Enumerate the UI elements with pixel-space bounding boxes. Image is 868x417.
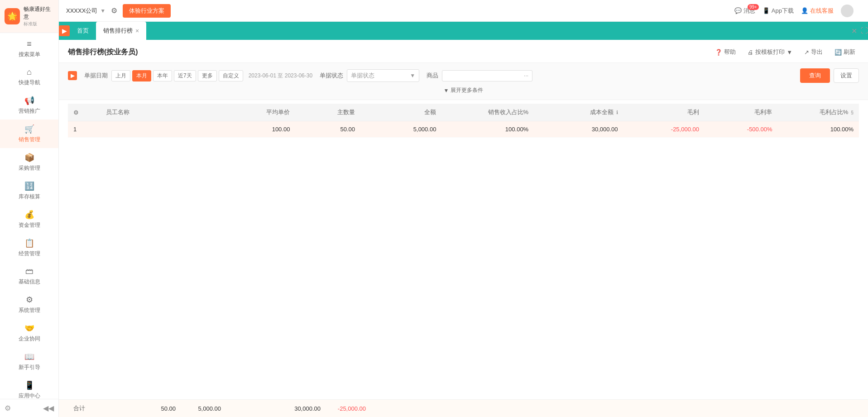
- sidebar-item-basic-info[interactable]: 🗃 基础信息: [0, 262, 58, 290]
- refresh-icon: 🔄: [834, 49, 842, 56]
- print-icon: 🖨: [748, 49, 753, 56]
- help-button[interactable]: ❓ 帮助: [711, 46, 739, 58]
- sidebar-item-marketing[interactable]: 📢 营销推广: [0, 91, 58, 120]
- header-settings-icon[interactable]: ⚙: [111, 6, 117, 15]
- window-close-icon[interactable]: ✕: [851, 27, 857, 35]
- settings-footer-icon[interactable]: ⚙: [5, 404, 11, 412]
- finance-icon: 💰: [24, 210, 34, 220]
- filter-toggle-icon[interactable]: ▶: [68, 71, 77, 80]
- tab-home[interactable]: 首页: [70, 22, 96, 40]
- collapse-sidebar-icon[interactable]: ◀◀: [43, 404, 54, 412]
- cell-grosspct: 100.00%: [777, 121, 859, 138]
- online-service-button[interactable]: 👤 在线客服: [801, 7, 834, 15]
- cell-avgprice: 100.00: [214, 121, 295, 138]
- user-avatar[interactable]: [841, 5, 854, 17]
- date-btn-custom[interactable]: 自定义: [219, 70, 243, 81]
- status-filter-label: 单据状态: [320, 72, 343, 80]
- app-icon: 📱: [762, 7, 770, 14]
- sidebar-item-operation[interactable]: 📋 经营管理: [0, 234, 58, 262]
- logo-name: 畅康通好生意: [24, 5, 54, 21]
- goods-select[interactable]: ···: [442, 70, 532, 81]
- company-selector[interactable]: XXXXX公司 ▼: [66, 7, 106, 15]
- print-button[interactable]: 🖨 按模板打印 ▼: [744, 46, 796, 58]
- sidebar-item-inventory[interactable]: 🔢 库存核算: [0, 177, 58, 205]
- footer-qty: 50.00: [139, 405, 176, 412]
- sidebar-item-search-menu[interactable]: ≡ 搜索菜单: [0, 35, 58, 63]
- sidebar-item-guide[interactable]: 📖 新手引导: [0, 347, 58, 376]
- sidebar-item-label: 库存核算: [19, 193, 40, 201]
- date-btn-7days[interactable]: 近7天: [174, 70, 196, 81]
- table-body: 1 100.00 50.00 5,000.00 100.00% 30,000.0…: [68, 121, 859, 138]
- sidebar-item-sales[interactable]: 🛒 销售管理: [0, 120, 58, 148]
- col-grossrate-header: 毛利率: [705, 104, 777, 121]
- app-download-button[interactable]: 📱 App下载: [762, 7, 794, 15]
- refresh-button[interactable]: 🔄 刷新: [831, 46, 859, 58]
- date-filter-options: 上月 本月 本年 近7天 更多 自定义: [111, 70, 243, 81]
- sidebar-item-purchase[interactable]: 📦 采购管理: [0, 148, 58, 177]
- logo-icon: 🌟: [5, 8, 20, 24]
- col-qty-header: 主数量: [295, 104, 360, 121]
- content-area: 销售排行榜(按业务员) ❓ 帮助 🖨 按模板打印 ▼ ↗ 导出 🔄 刷新: [59, 40, 868, 417]
- tab-close-icon[interactable]: ×: [135, 27, 139, 34]
- col-avgprice-header: 平均单价: [214, 104, 295, 121]
- sidebar-nav: ≡ 搜索菜单 ⌂ 快捷导航 📢 营销推广 🛒 销售管理 📦 采购管理 🔢 库存核…: [0, 33, 58, 399]
- sidebar-item-system[interactable]: ⚙ 系统管理: [0, 290, 58, 319]
- window-maximize-icon[interactable]: ⛶: [861, 27, 868, 35]
- cost-info-icon: ℹ: [616, 110, 618, 115]
- query-button[interactable]: 查询: [800, 68, 830, 83]
- status-select[interactable]: 单据状态 ▼: [347, 69, 419, 82]
- sidebar-item-app-center[interactable]: 📱 应用中心: [0, 376, 58, 399]
- date-filter-label: 单据日期: [84, 72, 108, 80]
- cell-name: [101, 121, 214, 138]
- home-tab-label: 首页: [77, 27, 89, 35]
- goods-more-icon: ···: [524, 72, 528, 79]
- sidebar-item-label: 基础信息: [19, 278, 40, 286]
- help-label: 帮助: [724, 48, 736, 56]
- cell-cost: 30,000.00: [534, 121, 623, 138]
- print-label: 按模板打印: [755, 48, 785, 56]
- tab-sales-ranking[interactable]: 销售排行榜 ×: [96, 22, 146, 40]
- sidebar-footer: ⚙ ◀◀: [0, 399, 58, 417]
- service-label: 在线客服: [810, 7, 834, 15]
- sidebar-logo: 🌟 畅康通好生意 标准版: [0, 0, 58, 33]
- col-name-header: 员工名称: [101, 104, 214, 121]
- date-btn-this-year[interactable]: 本年: [153, 70, 172, 81]
- sales-ranking-tab-label: 销售排行榜: [103, 27, 133, 35]
- service-icon: 👤: [801, 7, 808, 14]
- sidebar-item-quick-nav[interactable]: ⌂ 快捷导航: [0, 63, 58, 91]
- expand-conditions-button[interactable]: ▼ 展开更多条件: [68, 86, 859, 94]
- export-button[interactable]: ↗ 导出: [801, 46, 826, 58]
- table-settings-button[interactable]: 设置: [834, 68, 859, 83]
- date-btn-last-month[interactable]: 上月: [111, 70, 130, 81]
- expand-down-icon: ▼: [444, 87, 449, 94]
- inventory-icon: 🔢: [24, 181, 34, 191]
- date-btn-more[interactable]: 更多: [198, 70, 217, 81]
- col-grosspct-header: 毛利占比% §: [777, 104, 859, 121]
- sidebar-item-label: 搜索菜单: [19, 51, 40, 58]
- goods-filter: 商品 ···: [427, 70, 532, 81]
- company-dropdown-icon: ▼: [100, 8, 106, 14]
- status-filter: 单据状态 单据状态 ▼: [320, 69, 419, 82]
- sidebar-toggle-icon[interactable]: ▶: [59, 25, 70, 36]
- sidebar-item-finance[interactable]: 💰 资金管理: [0, 205, 58, 234]
- sidebar-item-enterprise[interactable]: 🤝 企业协同: [0, 319, 58, 347]
- message-button[interactable]: 💬 消息 99+: [734, 7, 755, 15]
- footer-amount: 5,000.00: [176, 405, 221, 412]
- sidebar-item-label: 应用中心: [19, 392, 40, 399]
- tabbar: ▶ 首页 销售排行榜 × ✕ ⛶: [59, 22, 868, 40]
- col-gross-header: 毛利: [623, 104, 705, 121]
- sidebar-item-label: 资金管理: [19, 221, 40, 229]
- ranking-table: ⚙ 员工名称 平均单价 主数量 全额 销售收入占比% 成本全额 ℹ 毛利 毛利率: [68, 104, 859, 138]
- header: XXXXX公司 ▼ ⚙ 体验行业方案 💬 消息 99+ 📱 App下载 👤 在线…: [59, 0, 868, 22]
- header-row: ⚙ 员工名称 平均单价 主数量 全额 销售收入占比% 成本全额 ℹ 毛利 毛利率: [68, 104, 859, 121]
- sidebar-item-label: 新手引导: [19, 364, 40, 371]
- date-range-display: 2023-06-01 至 2023-06-30: [249, 72, 312, 80]
- cell-salespct: 100.00%: [441, 121, 534, 138]
- company-name: XXXXX公司: [66, 7, 97, 15]
- date-btn-this-month[interactable]: 本月: [132, 70, 151, 81]
- footer-values: 50.00 5,000.00 30,000.00 -25,000.00: [94, 405, 366, 412]
- goods-select-value: [446, 72, 448, 79]
- col-settings-header[interactable]: ⚙: [68, 104, 101, 121]
- footer-label: 合计: [73, 404, 85, 412]
- trial-button[interactable]: 体验行业方案: [123, 4, 171, 18]
